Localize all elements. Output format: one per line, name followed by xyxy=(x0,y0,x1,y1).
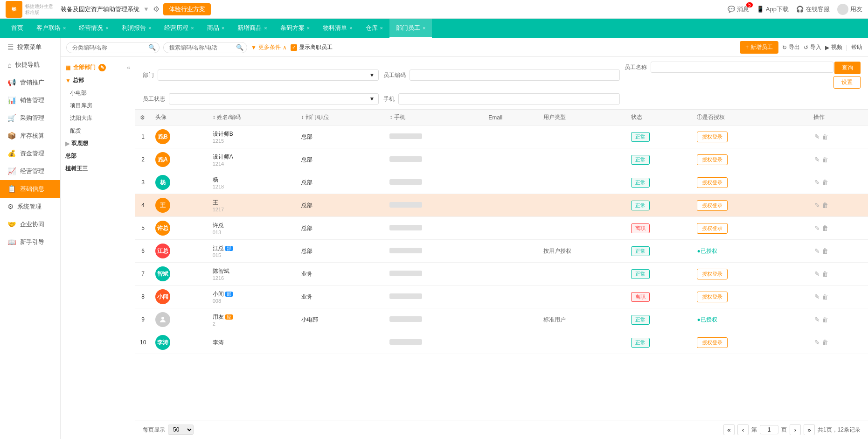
emp-status-select[interactable]: ▼ xyxy=(169,93,379,105)
nav-close-icon[interactable]: × xyxy=(191,25,194,31)
edit-icon[interactable]: ✎ xyxy=(814,293,820,300)
row-auth[interactable]: 授权登录 xyxy=(692,125,786,148)
sidebar-item-搜索菜单[interactable]: ☰搜索菜单 xyxy=(0,38,60,56)
col-name[interactable]: ↕ 姓名/编码 xyxy=(208,110,297,125)
prev-page-btn[interactable]: ‹ xyxy=(737,424,749,435)
dept-item-electronics[interactable]: 小电部 xyxy=(61,87,135,99)
edit-dept-icon[interactable]: ✎ xyxy=(98,64,106,71)
user-btn[interactable]: 用友 xyxy=(837,4,862,15)
dept-item-shenyang[interactable]: 沈阳大库 xyxy=(61,112,135,125)
sidebar-item-系统管理[interactable]: ⚙系统管理 xyxy=(0,198,60,216)
delete-icon[interactable]: 🗑 xyxy=(822,133,828,140)
dept-group-plant[interactable]: 植树王三 xyxy=(61,162,135,175)
auth-login-btn[interactable]: 授权登录 xyxy=(697,292,728,302)
nav-close-icon[interactable]: × xyxy=(423,25,425,31)
page-input[interactable] xyxy=(760,425,778,434)
search-icon-2[interactable]: 🔍 xyxy=(236,44,243,51)
emp-name-input[interactable] xyxy=(651,62,833,73)
dept-item-distribution[interactable]: 配货 xyxy=(61,125,135,137)
auth-login-btn[interactable]: 授权登录 xyxy=(697,132,728,142)
row-auth[interactable]: 授权登录 xyxy=(692,286,786,308)
phone-input[interactable] xyxy=(398,93,619,105)
sidebar-item-企业协同[interactable]: 🤝企业协同 xyxy=(0,216,60,233)
message-btn[interactable]: 💬 消息 5 xyxy=(728,5,749,14)
delete-icon[interactable]: 🗑 xyxy=(822,156,828,163)
sidebar-item-库存核算[interactable]: 📦库存核算 xyxy=(0,127,60,145)
edit-icon[interactable]: ✎ xyxy=(814,270,820,278)
row-auth[interactable]: 授权登录 xyxy=(692,331,786,354)
sidebar-item-资金管理[interactable]: 💰资金管理 xyxy=(0,145,60,162)
auth-login-btn[interactable]: 授权登录 xyxy=(697,223,728,234)
nav-item-利润报告[interactable]: 利润报告× xyxy=(115,19,158,38)
delete-icon[interactable]: 🗑 xyxy=(822,247,828,255)
nav-close-icon[interactable]: × xyxy=(264,25,267,31)
nav-item-部门员工[interactable]: 部门员工× xyxy=(389,19,432,38)
add-employee-btn[interactable]: + 新增员工 xyxy=(740,41,778,54)
col-settings[interactable]: ⚙ xyxy=(135,110,151,125)
nav-item-经营历程[interactable]: 经营历程× xyxy=(158,19,200,38)
page-size-select[interactable]: 50 100 xyxy=(168,425,194,435)
delete-icon[interactable]: 🗑 xyxy=(822,316,828,323)
collapse-dept-icon[interactable]: « xyxy=(127,64,130,71)
nav-close-icon[interactable]: × xyxy=(148,25,151,31)
next-page-btn[interactable]: › xyxy=(790,424,801,435)
dept-group-hq[interactable]: 总部 xyxy=(61,150,135,162)
col-dept[interactable]: ↕ 部门/职位 xyxy=(297,110,385,125)
row-auth[interactable]: 授权登录 xyxy=(692,217,786,240)
sidebar-item-经营管理[interactable]: 📈经营管理 xyxy=(0,162,60,180)
delete-icon[interactable]: 🗑 xyxy=(822,293,828,300)
show-resign-checkbox[interactable]: ✓ 显示离职员工 xyxy=(291,43,333,51)
dropdown-arrow-icon[interactable]: ▼ xyxy=(143,6,149,13)
delete-icon[interactable]: 🗑 xyxy=(822,224,828,232)
auth-login-btn[interactable]: 授权登录 xyxy=(697,177,728,188)
emp-code-input[interactable] xyxy=(410,70,619,81)
delete-icon[interactable]: 🗑 xyxy=(822,179,828,186)
dept-group-double[interactable]: ▶ 双鹿想 xyxy=(61,137,135,150)
delete-icon[interactable]: 🗑 xyxy=(822,339,828,346)
auth-login-btn[interactable]: 授权登录 xyxy=(697,337,728,348)
nav-close-icon[interactable]: × xyxy=(105,25,108,31)
trial-btn[interactable]: 体验行业方案 xyxy=(163,3,211,15)
nav-item-客户联络[interactable]: 客户联络× xyxy=(30,19,72,38)
nav-close-icon[interactable]: × xyxy=(349,25,352,31)
sidebar-item-基础信息[interactable]: 📋基础信息 xyxy=(0,180,60,198)
help-btn[interactable]: 帮助 xyxy=(851,43,862,51)
col-phone[interactable]: ↕ 手机 xyxy=(385,110,484,125)
nav-item-条码方案[interactable]: 条码方案× xyxy=(274,19,316,38)
import-btn[interactable]: ↺ 导入 xyxy=(804,43,821,51)
auth-login-btn[interactable]: 授权登录 xyxy=(697,154,728,165)
employee-search-input[interactable] xyxy=(163,42,247,53)
app-download-btn[interactable]: 📱 App下载 xyxy=(757,5,789,14)
edit-icon[interactable]: ✎ xyxy=(814,339,820,346)
sidebar-item-快捷导航[interactable]: ⌂快捷导航 xyxy=(0,56,60,74)
auth-login-btn[interactable]: 授权登录 xyxy=(697,269,728,279)
nav-item-物料清单[interactable]: 物料清单× xyxy=(316,19,359,38)
row-auth[interactable]: 授权登录 xyxy=(692,263,786,286)
export-btn[interactable]: ↻ 导出 xyxy=(782,43,800,51)
last-page-btn[interactable]: » xyxy=(804,424,815,435)
edit-icon[interactable]: ✎ xyxy=(814,202,820,209)
sidebar-item-新手引导[interactable]: 📖新手引导 xyxy=(0,233,60,251)
dept-filter-select[interactable]: ▼ xyxy=(158,70,379,81)
delete-icon[interactable]: 🗑 xyxy=(822,202,828,209)
search-icon-1[interactable]: 🔍 xyxy=(148,44,156,51)
sidebar-item-营销推广[interactable]: 📢营销推广 xyxy=(0,74,60,91)
edit-icon[interactable]: ✎ xyxy=(814,179,820,186)
nav-close-icon[interactable]: × xyxy=(380,25,383,31)
nav-item-仓库[interactable]: 仓库× xyxy=(359,19,389,38)
row-auth[interactable]: 授权登录 xyxy=(692,148,786,171)
edit-icon[interactable]: ✎ xyxy=(814,316,820,323)
nav-item-经营情况[interactable]: 经营情况× xyxy=(72,19,115,38)
set-btn[interactable]: 设置 xyxy=(833,76,861,89)
settings-icon[interactable]: ⚙ xyxy=(153,5,160,14)
row-auth[interactable]: 授权登录 xyxy=(692,194,786,217)
category-search-input[interactable] xyxy=(66,42,160,53)
edit-icon[interactable]: ✎ xyxy=(814,247,820,255)
nav-close-icon[interactable]: × xyxy=(307,25,310,31)
view-btn[interactable]: ▶ 视频 xyxy=(825,43,842,51)
nav-item-新增商品[interactable]: 新增商品× xyxy=(231,19,273,38)
sidebar-item-采购管理[interactable]: 🛒采购管理 xyxy=(0,109,60,127)
nav-close-icon[interactable]: × xyxy=(222,25,224,31)
edit-icon[interactable]: ✎ xyxy=(814,133,820,140)
edit-icon[interactable]: ✎ xyxy=(814,224,820,232)
